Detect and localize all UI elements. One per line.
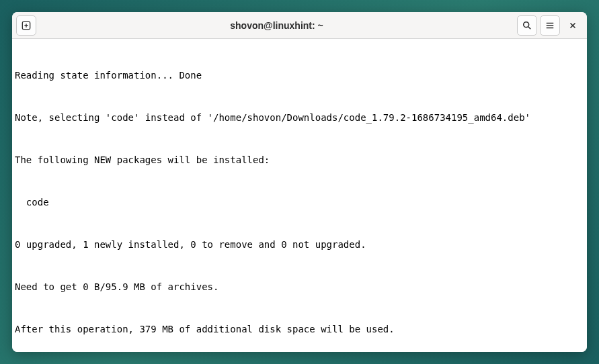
output-line: Reading state information... Done — [15, 69, 584, 83]
close-button[interactable] — [563, 15, 583, 36]
new-tab-button[interactable] — [16, 15, 36, 36]
terminal-window: shovon@linuxhint: ~ — [12, 12, 587, 352]
titlebar: shovon@linuxhint: ~ — [12, 12, 587, 39]
plus-box-icon — [22, 21, 31, 30]
terminal-output[interactable]: Reading state information... Done Note, … — [12, 39, 587, 352]
close-icon — [568, 21, 577, 30]
menu-button[interactable] — [540, 15, 560, 36]
output-line: Need to get 0 B/95.9 MB of archives. — [15, 280, 584, 294]
output-line: code — [15, 195, 584, 210]
svg-line-4 — [528, 26, 531, 29]
output-line: The following NEW packages will be insta… — [15, 153, 584, 167]
search-icon — [522, 21, 532, 30]
svg-point-3 — [524, 21, 529, 27]
search-button[interactable] — [517, 15, 537, 36]
hamburger-icon — [545, 21, 555, 30]
window-title: shovon@linuxhint: ~ — [36, 20, 517, 31]
output-line: After this operation, 379 MB of addition… — [15, 322, 584, 336]
output-line: 0 upgraded, 1 newly installed, 0 to remo… — [15, 238, 584, 252]
output-line: Note, selecting 'code' instead of '/home… — [15, 111, 584, 125]
